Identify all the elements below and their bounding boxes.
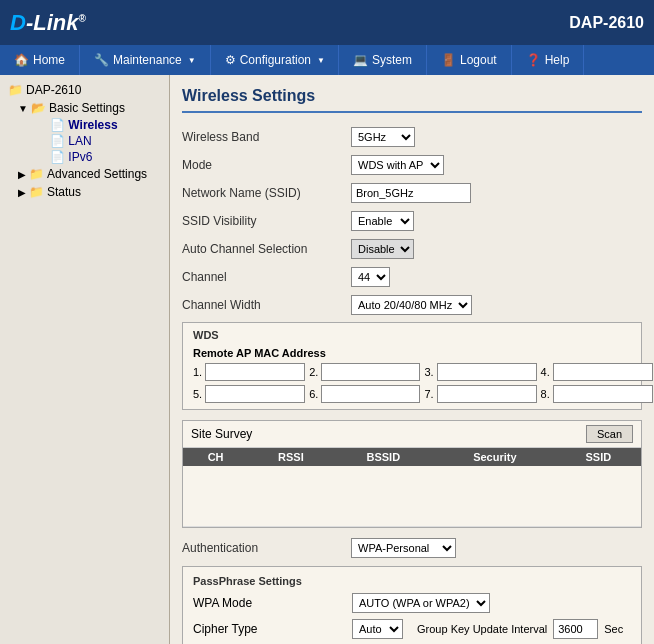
- content-area: Wireless Settings Wireless Band 5GHz 2.4…: [170, 75, 654, 644]
- wds-num-6: 6.: [309, 388, 318, 400]
- nav-home[interactable]: 🏠 Home: [0, 45, 80, 75]
- sidebar-root[interactable]: 📁 DAP-2610: [0, 81, 169, 99]
- wpa-mode-label: WPA Mode: [193, 596, 352, 610]
- group-key-input[interactable]: [553, 619, 598, 639]
- configuration-icon: ⚙: [225, 53, 236, 67]
- group-key-label: Group Key Update Interval: [417, 623, 547, 635]
- wds-num-2: 2.: [309, 366, 318, 378]
- wds-num-7: 7.: [424, 388, 433, 400]
- scan-button[interactable]: Scan: [586, 425, 633, 443]
- nav-system-label: System: [372, 53, 412, 67]
- ssid-row: Network Name (SSID): [182, 183, 642, 203]
- auto-channel-label: Auto Channel Selection: [182, 242, 351, 256]
- ssid-visibility-control: Enable Disable: [351, 211, 414, 231]
- cipher-control: Auto AES TKIP Group Key Update Interval …: [352, 619, 623, 639]
- mode-label: Mode: [182, 158, 351, 172]
- nav-logout[interactable]: 🚪 Logout: [427, 45, 512, 75]
- wds-entry-5: 5.: [193, 385, 305, 403]
- maintenance-icon: 🔧: [94, 53, 109, 67]
- wds-input-6[interactable]: [321, 385, 420, 403]
- auto-channel-control: Disable Enable: [351, 239, 414, 259]
- wds-input-1[interactable]: [205, 363, 305, 381]
- model-label: DAP-2610: [569, 14, 644, 32]
- nav-configuration[interactable]: ⚙ Configuration ▼: [211, 45, 339, 75]
- basic-folder-icon: 📂: [31, 101, 46, 115]
- sidebar-item-basic-settings[interactable]: ▼ 📂 Basic Settings: [10, 99, 169, 117]
- wds-num-5: 5.: [193, 388, 202, 400]
- auth-row: Authentication WPA-Personal WPA-Enterpri…: [182, 538, 642, 558]
- wds-entry-3: 3.: [424, 363, 536, 381]
- main-layout: 📁 DAP-2610 ▼ 📂 Basic Settings 📄 Wireless…: [0, 75, 654, 644]
- wds-input-4[interactable]: [553, 363, 653, 381]
- logo: D-Link®: [10, 10, 86, 36]
- nav-logout-label: Logout: [460, 53, 497, 67]
- channel-label: Channel: [182, 270, 351, 284]
- col-bssid: BSSID: [333, 448, 435, 466]
- channel-select[interactable]: 44: [351, 267, 390, 287]
- basic-expand-icon: ▼: [18, 103, 28, 114]
- root-folder-icon: 📁: [8, 83, 23, 97]
- wireless-page-icon: 📄: [50, 118, 65, 132]
- ssid-input[interactable]: [351, 183, 471, 203]
- sidebar-ipv6-label: IPv6: [68, 150, 92, 164]
- lan-page-icon: 📄: [50, 134, 65, 148]
- sidebar-basic-label: Basic Settings: [49, 101, 125, 115]
- system-icon: 💻: [353, 53, 368, 67]
- wireless-band-label: Wireless Band: [182, 130, 351, 144]
- col-ch: CH: [183, 448, 248, 466]
- wds-input-8[interactable]: [553, 385, 653, 403]
- ssid-visibility-select[interactable]: Enable Disable: [351, 211, 414, 231]
- mode-control: WDS with AP WDS Access Point: [351, 155, 444, 175]
- nav-help[interactable]: ❓ Help: [512, 45, 585, 75]
- passphrase-section: PassPhrase Settings WPA Mode AUTO (WPA o…: [182, 566, 642, 645]
- passphrase-section-title: PassPhrase Settings: [193, 575, 631, 587]
- sidebar-item-lan[interactable]: 📄 LAN: [28, 133, 169, 149]
- site-survey-section: Site Survey Scan CH RSSI BSSID Security …: [182, 420, 642, 528]
- mode-select[interactable]: WDS with AP WDS Access Point: [351, 155, 444, 175]
- wds-input-5[interactable]: [205, 385, 305, 403]
- wds-entry-6: 6.: [309, 385, 420, 403]
- maintenance-arrow: ▼: [188, 56, 196, 65]
- sidebar-wireless-label: Wireless: [68, 118, 117, 132]
- sidebar-item-status[interactable]: ▶ 📁 Status: [10, 183, 169, 201]
- help-icon: ❓: [526, 53, 541, 67]
- sidebar-status-label: Status: [47, 185, 81, 199]
- channel-width-control: Auto 20/40/80 MHz 20 MHz 40 MHz 80 MHz: [351, 295, 472, 315]
- home-icon: 🏠: [14, 53, 29, 67]
- survey-empty-row: [183, 466, 641, 526]
- wds-section: WDS Remote AP MAC Address 1. 2. 3. 4.: [182, 322, 642, 410]
- wireless-band-select[interactable]: 5GHz 2.4GHz: [351, 127, 415, 147]
- auth-control: WPA-Personal WPA-Enterprise None: [351, 538, 456, 558]
- sidebar-lan-label: LAN: [68, 134, 91, 148]
- nav-system[interactable]: 💻 System: [339, 45, 427, 75]
- col-ssid: SSID: [556, 448, 641, 466]
- sidebar: 📁 DAP-2610 ▼ 📂 Basic Settings 📄 Wireless…: [0, 75, 170, 644]
- wds-input-2[interactable]: [321, 363, 420, 381]
- cipher-row: Cipher Type Auto AES TKIP Group Key Upda…: [193, 619, 631, 639]
- logo-d: D: [10, 10, 26, 35]
- cipher-select[interactable]: Auto AES TKIP: [352, 619, 403, 639]
- auth-select[interactable]: WPA-Personal WPA-Enterprise None: [351, 538, 456, 558]
- wds-input-7[interactable]: [437, 385, 537, 403]
- nav-maintenance[interactable]: 🔧 Maintenance ▼: [80, 45, 211, 75]
- header: D-Link® DAP-2610: [0, 0, 654, 45]
- wds-num-8: 8.: [541, 388, 550, 400]
- channel-width-select[interactable]: Auto 20/40/80 MHz 20 MHz 40 MHz 80 MHz: [351, 295, 472, 315]
- wds-entry-4: 4.: [541, 363, 653, 381]
- sidebar-item-advanced-settings[interactable]: ▶ 📁 Advanced Settings: [10, 165, 169, 183]
- wds-num-1: 1.: [193, 366, 202, 378]
- col-rssi: RSSI: [248, 448, 332, 466]
- wpa-mode-select[interactable]: AUTO (WPA or WPA2) WPA2 Only WPA Only: [352, 593, 490, 613]
- remote-ap-label: Remote AP MAC Address: [193, 347, 631, 359]
- sidebar-item-wireless[interactable]: 📄 Wireless: [28, 117, 169, 133]
- wds-num-4: 4.: [541, 366, 550, 378]
- col-security: Security: [434, 448, 556, 466]
- sidebar-item-ipv6[interactable]: 📄 IPv6: [28, 149, 169, 165]
- mode-row: Mode WDS with AP WDS Access Point: [182, 155, 642, 175]
- wds-entry-8: 8.: [541, 385, 653, 403]
- wds-input-3[interactable]: [437, 363, 537, 381]
- auto-channel-select[interactable]: Disable Enable: [351, 239, 414, 259]
- cipher-label: Cipher Type: [193, 622, 352, 636]
- wpa-mode-row: WPA Mode AUTO (WPA or WPA2) WPA2 Only WP…: [193, 593, 631, 613]
- wds-entry-2: 2.: [309, 363, 420, 381]
